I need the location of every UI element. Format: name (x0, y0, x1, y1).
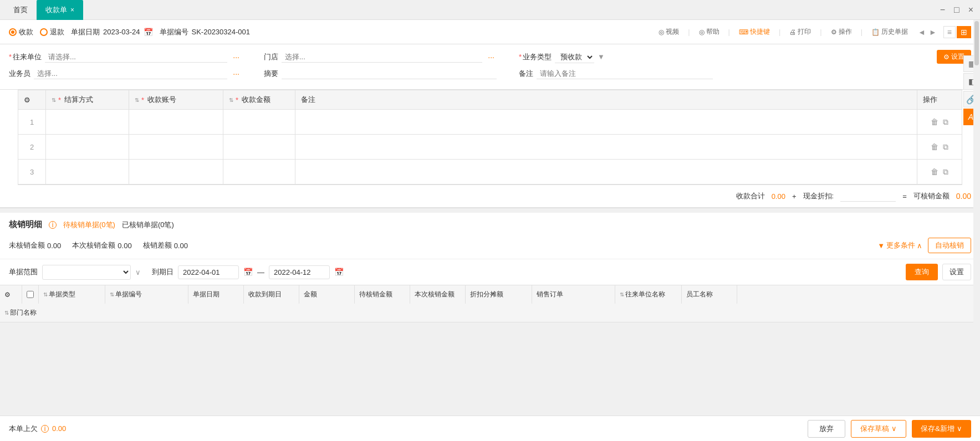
staff-more-btn[interactable]: ··· (231, 69, 242, 78)
th2-discount: 折扣分摊额 (466, 285, 532, 304)
th2-dept: ⇅ 部门名称 (0, 304, 22, 322)
section-title: 核销明细 (9, 219, 42, 230)
save-draft-label: 保存草稿 (860, 424, 889, 434)
store-more-btn[interactable]: ··· (486, 53, 497, 61)
current-verify-item: 本次核销金额 0.00 (72, 240, 131, 250)
table-row: 1 🗑 ⧉ (18, 110, 962, 135)
delete-row-2-icon[interactable]: 🗑 (931, 142, 938, 151)
th-settings[interactable]: ⚙ (18, 90, 46, 109)
td-actions-2: 🗑 ⧉ (917, 135, 962, 159)
current-verify-label: 本次核销金额 (72, 240, 115, 250)
business-type-label: *业务类型 (519, 52, 552, 62)
date-from-calendar-icon[interactable]: 📅 (243, 268, 253, 276)
diff-value: 0.00 (174, 242, 188, 250)
scroll-thumb[interactable] (974, 21, 979, 65)
summary-input[interactable] (282, 68, 497, 79)
td-amount-2[interactable] (223, 135, 295, 159)
store-input[interactable] (282, 52, 482, 63)
summary-label: 摘要 (264, 69, 278, 79)
print-btn[interactable]: 🖨 打印 (786, 26, 814, 38)
video-btn[interactable]: ◎ 视频 (655, 26, 682, 38)
delete-row-3-icon[interactable]: 🗑 (931, 167, 938, 176)
query-button[interactable]: 查询 (906, 264, 938, 280)
equals-sign: = (902, 192, 907, 201)
td-payment-2[interactable] (46, 135, 129, 159)
operation-btn[interactable]: ⚙ 操作 (828, 26, 855, 38)
auto-verify-btn[interactable]: 自动核销 (928, 238, 971, 253)
view-grid-btn[interactable]: ⊞ (957, 26, 971, 38)
td-payment-3[interactable] (46, 160, 129, 184)
view-list-btn[interactable]: ≡ (943, 26, 956, 38)
td-account-1[interactable] (129, 110, 223, 134)
filter-settings-button[interactable]: 设置 (942, 264, 971, 280)
radio-receipt[interactable]: 收款 (9, 27, 33, 37)
td-payment-1[interactable] (46, 110, 129, 134)
delete-row-1-icon[interactable]: 🗑 (931, 117, 938, 126)
date-to-input[interactable] (269, 265, 330, 279)
maximize-button[interactable]: □ (952, 3, 962, 17)
scrollbar[interactable] (973, 20, 980, 416)
nav-prev-icon[interactable]: ◄ (917, 27, 927, 38)
radio-refund-label: 退款 (50, 27, 64, 37)
more-conditions-btn[interactable]: ▼ 更多条件 ∧ (877, 240, 922, 250)
sort-payment-icon[interactable]: ⇅ (52, 97, 56, 103)
th-amount: ⇅ * 收款金额 (223, 90, 295, 109)
shortcut-btn[interactable]: ⌨ 快捷键 (736, 26, 773, 38)
copy-row-3-icon[interactable]: ⧉ (943, 167, 948, 177)
th2-order: 销售订单 (532, 285, 615, 304)
date-to-calendar-icon[interactable]: 📅 (334, 268, 344, 276)
date-calendar-icon[interactable]: 📅 (144, 28, 153, 37)
sort-account-icon[interactable]: ⇅ (135, 97, 139, 103)
info-icon[interactable]: i (49, 221, 57, 229)
date-from-input[interactable] (178, 265, 239, 279)
td-account-2[interactable] (129, 135, 223, 159)
tab-home[interactable]: 首页 (4, 0, 37, 20)
radio-refund[interactable]: 退款 (40, 27, 64, 37)
th2-number: ⇅ 单据编号 (105, 285, 188, 304)
tab-receipt[interactable]: 收款单 × (37, 0, 83, 20)
due-label: 到期日 (152, 267, 173, 277)
discount-input[interactable] (840, 191, 896, 202)
date-separator: — (257, 268, 264, 276)
range-dropdown-icon[interactable]: ∨ (135, 268, 141, 276)
business-type-select[interactable]: 预收款 (555, 51, 594, 63)
nav-next-icon[interactable]: ► (928, 27, 938, 38)
th2-settings[interactable]: ⚙ (0, 285, 22, 304)
th2-checkbox[interactable] (22, 285, 39, 304)
td-amount-3[interactable] (223, 160, 295, 184)
business-type-field: *业务类型 预收款 ▼ (519, 51, 713, 63)
save-new-button[interactable]: 保存&新增 ∨ (912, 420, 971, 438)
copy-row-2-icon[interactable]: ⧉ (943, 142, 948, 152)
partner-input[interactable] (45, 52, 227, 63)
minimize-button[interactable]: − (938, 3, 947, 17)
discard-button[interactable]: 放弃 (808, 420, 845, 438)
pending-link[interactable]: 待核销单据(0笔) (63, 220, 115, 230)
tab-close-icon[interactable]: × (70, 6, 74, 14)
date-value: 2023-03-24 (103, 28, 140, 36)
td-note-1[interactable] (295, 110, 917, 134)
td-note-3[interactable] (295, 160, 917, 184)
view-toggle: ≡ ⊞ (943, 26, 971, 38)
range-select[interactable] (42, 265, 131, 280)
prev-info-icon[interactable]: i (41, 425, 49, 433)
td-note-2[interactable] (295, 135, 917, 159)
bottom-info: 本单上欠 i 0.00 (9, 424, 66, 434)
nav-arrows: ◄ ► (917, 27, 938, 38)
partner-more-btn[interactable]: ··· (231, 53, 242, 61)
help-icon: ◎ (699, 28, 705, 36)
business-type-dropdown-icon[interactable]: ▼ (598, 53, 605, 61)
save-draft-button[interactable]: 保存草稿 ∨ (851, 420, 906, 438)
select-all-checkbox[interactable] (27, 291, 34, 298)
bottom-right: 放弃 保存草稿 ∨ 保存&新增 ∨ (808, 420, 971, 438)
close-button[interactable]: × (966, 3, 976, 17)
history-btn[interactable]: 📋 历史单据 (868, 26, 911, 38)
help-btn[interactable]: ◎ 帮助 (696, 26, 723, 38)
note-input[interactable] (537, 68, 713, 79)
verified-link[interactable]: 已核销单据(0笔) (122, 220, 174, 230)
sort-amount-icon[interactable]: ⇅ (229, 97, 233, 103)
summary-row: 收款合计 0.00 + 现金折扣: = 可核销金额 0.00 (0, 185, 980, 208)
copy-row-1-icon[interactable]: ⧉ (943, 117, 948, 127)
td-account-3[interactable] (129, 160, 223, 184)
td-amount-1[interactable] (223, 110, 295, 134)
staff-input[interactable] (34, 68, 227, 79)
